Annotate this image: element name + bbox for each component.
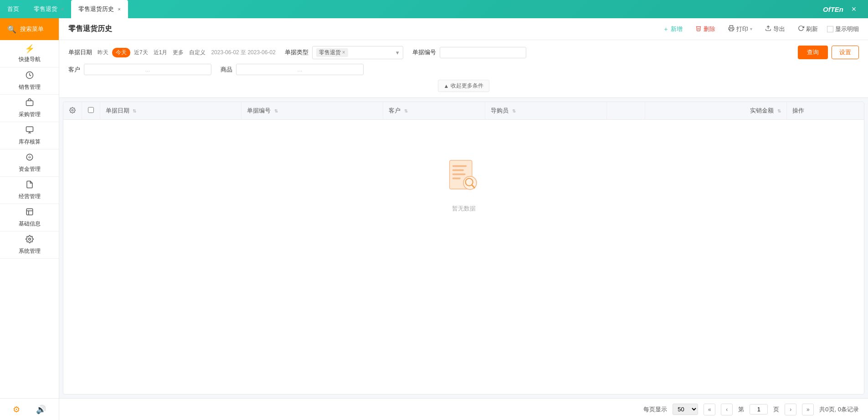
svg-rect-6 xyxy=(26,209,33,215)
display-detail-checkbox[interactable]: 显示明细 xyxy=(827,25,859,33)
tab-retail-return-history[interactable]: 零售退货历史 × xyxy=(71,0,128,18)
export-button[interactable]: 导出 xyxy=(761,23,789,35)
doc-type-tag-text: 零售退货 xyxy=(319,49,341,56)
prev-page-button[interactable]: ‹ xyxy=(721,404,733,415)
sidebar-bottom: ⚙ 🔊 xyxy=(0,398,59,420)
finance-icon xyxy=(26,153,34,164)
sidebar-item-base-info[interactable]: 基础信息 xyxy=(0,204,59,231)
doc-type-tag-close[interactable]: × xyxy=(342,49,345,56)
filter-customer: 客户 ... xyxy=(68,64,211,75)
page-title: 零售退货历史 xyxy=(68,24,659,34)
th-date[interactable]: 单据日期 ⇅ xyxy=(100,102,241,120)
th-number[interactable]: 单据编号 ⇅ xyxy=(241,102,383,120)
sidebar-item-quick-nav[interactable]: ⚡ 快捷导航 xyxy=(0,40,59,67)
window-close-button[interactable]: × xyxy=(847,2,861,16)
tab-home[interactable]: 首页 xyxy=(0,0,26,18)
th-spacer xyxy=(607,102,645,120)
filter-date: 单据日期 昨天 今天 近7天 近1月 更多 自定义 2023-06-02 至 2… xyxy=(68,48,276,57)
refresh-button[interactable]: 刷新 xyxy=(794,23,822,35)
filter-goods: 商品 ... xyxy=(221,64,364,75)
date-opt-1month[interactable]: 近1月 xyxy=(152,48,169,57)
delete-button[interactable]: 删除 xyxy=(692,23,719,35)
sidebar-item-inventory[interactable]: 库存核算 xyxy=(0,122,59,149)
new-button[interactable]: ＋ 新增 xyxy=(659,23,686,35)
sidebar-item-finance-label: 资金管理 xyxy=(19,165,41,173)
tab-retail-return[interactable]: 零售退货 × xyxy=(26,0,71,18)
date-opt-today[interactable]: 今天 xyxy=(112,48,130,57)
sidebar-item-system[interactable]: 系统管理 xyxy=(0,231,59,259)
customer-sort-icon: ⇅ xyxy=(404,108,408,113)
settings-bottom-icon[interactable]: ⚙ xyxy=(13,405,20,415)
th-amount[interactable]: 实销金额 ⇅ xyxy=(645,102,787,120)
sidebar: 🔍 搜索菜单 ⚡ 快捷导航 销售管理 采购管理 xyxy=(0,18,59,420)
speaker-bottom-icon[interactable]: 🔊 xyxy=(36,405,46,415)
doc-number-input[interactable] xyxy=(440,47,526,58)
new-label: 新增 xyxy=(671,25,683,33)
header-actions: ＋ 新增 删除 打印 ▾ xyxy=(659,23,859,35)
th-amount-label: 实销金额 xyxy=(750,107,774,114)
sidebar-item-operations[interactable]: 经营管理 xyxy=(0,177,59,204)
empty-state-row: 暂无数据 xyxy=(63,120,864,250)
doc-type-select[interactable]: 零售退货 × ▾ xyxy=(312,46,403,59)
empty-state: 暂无数据 xyxy=(63,120,864,249)
date-opt-more[interactable]: 更多 xyxy=(171,48,185,57)
date-opt-custom[interactable]: 自定义 xyxy=(187,48,207,57)
per-page-select[interactable]: 50 100 200 xyxy=(673,404,698,415)
th-setting[interactable] xyxy=(63,102,82,120)
sidebar-item-finance[interactable]: 资金管理 xyxy=(0,149,59,177)
table-header-row: 单据日期 ⇅ 单据编号 ⇅ 客户 ⇅ 导购员 ⇅ xyxy=(63,102,864,120)
th-guide[interactable]: 导购员 ⇅ xyxy=(485,102,606,120)
display-detail-label: 显示明细 xyxy=(835,25,859,33)
goods-label: 商品 xyxy=(221,66,232,74)
th-check[interactable] xyxy=(82,102,100,120)
customer-input[interactable]: ... xyxy=(84,64,211,75)
print-label: 打印 xyxy=(736,25,748,33)
th-guide-label: 导购员 xyxy=(491,107,508,114)
sidebar-item-purchase-mgmt[interactable]: 采购管理 xyxy=(0,95,59,122)
query-button[interactable]: 查询 xyxy=(798,46,828,59)
pagination-bar: 每页显示 50 100 200 « ‹ 第 页 › » 共0页, 0条记录 xyxy=(59,398,868,420)
goods-input[interactable]: ... xyxy=(236,64,364,75)
svg-rect-10 xyxy=(730,29,733,31)
select-all-checkbox[interactable] xyxy=(88,107,94,113)
print-button[interactable]: 打印 ▾ xyxy=(724,23,756,35)
date-opt-yesterday[interactable]: 昨天 xyxy=(96,48,110,57)
print-dropdown-icon: ▾ xyxy=(750,26,752,31)
number-sort-icon: ⇅ xyxy=(274,108,278,113)
th-date-label: 单据日期 xyxy=(106,107,129,114)
tab-retail-return-close[interactable]: × xyxy=(61,6,64,12)
content-area: 零售退货历史 ＋ 新增 删除 打印 ▾ xyxy=(59,18,868,420)
svg-rect-1 xyxy=(26,101,33,106)
last-page-button[interactable]: » xyxy=(802,404,814,415)
sidebar-item-sales-mgmt[interactable]: 销售管理 xyxy=(0,67,59,95)
date-opt-7days[interactable]: 近7天 xyxy=(132,48,150,57)
filter-doc-type: 单据类型 零售退货 × ▾ xyxy=(285,46,403,59)
th-number-label: 单据编号 xyxy=(247,107,271,114)
purchase-icon xyxy=(26,98,34,109)
setting-button[interactable]: 设置 xyxy=(832,46,859,59)
empty-text: 暂无数据 xyxy=(452,205,476,213)
collapse-icon: ▲ xyxy=(444,83,449,89)
top-bar-right: OfTEn × xyxy=(823,2,868,16)
customer-placeholder: ... xyxy=(145,66,150,73)
inventory-icon xyxy=(26,126,34,136)
svg-point-12 xyxy=(72,109,73,111)
page-suffix: 页 xyxy=(773,405,779,414)
page-label: 第 xyxy=(738,405,744,414)
base-info-icon xyxy=(26,208,34,218)
sidebar-search[interactable]: 🔍 搜索菜单 xyxy=(0,18,59,40)
search-icon: 🔍 xyxy=(7,25,16,34)
amount-sort-icon: ⇅ xyxy=(777,108,781,113)
collapse-button[interactable]: ▲ 收起更多条件 xyxy=(438,80,490,92)
page-input[interactable] xyxy=(750,404,768,415)
doc-type-tag: 零售退货 × xyxy=(316,48,348,57)
export-label: 导出 xyxy=(773,25,785,33)
tab-retail-return-history-close[interactable]: × xyxy=(118,6,120,12)
svg-rect-17 xyxy=(452,178,460,179)
th-customer[interactable]: 客户 ⇅ xyxy=(383,102,485,120)
first-page-button[interactable]: « xyxy=(704,404,715,415)
filter-area: 单据日期 昨天 今天 近7天 近1月 更多 自定义 2023-06-02 至 2… xyxy=(59,40,868,98)
next-page-button[interactable]: › xyxy=(785,404,796,415)
svg-rect-15 xyxy=(452,169,463,171)
sidebar-item-inventory-label: 库存核算 xyxy=(19,138,41,146)
